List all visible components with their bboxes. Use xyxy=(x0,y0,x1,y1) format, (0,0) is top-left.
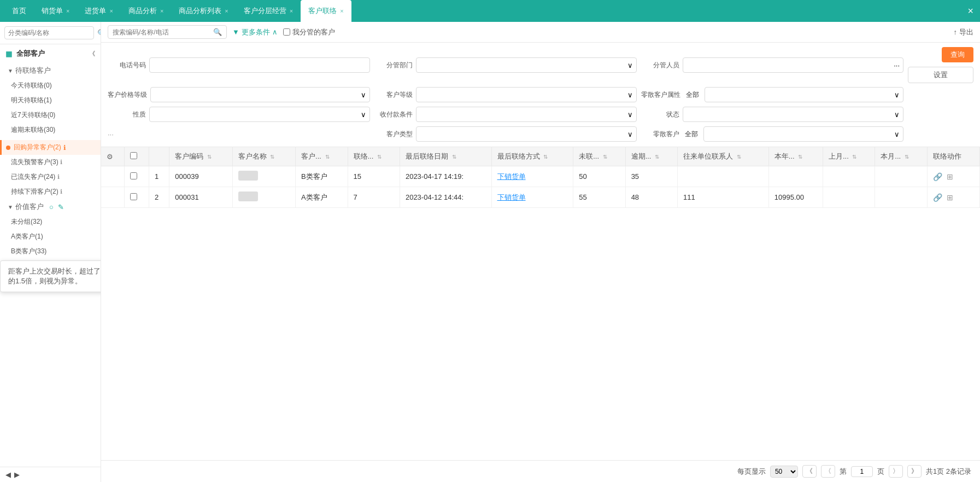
sidebar-left-arrow[interactable]: ◀ xyxy=(5,471,11,479)
nav-product-list-close[interactable]: × xyxy=(225,8,228,14)
sidebar-group-value[interactable]: ▼ 价值客户 ○ ✎ xyxy=(0,199,101,214)
grid-action-icon-2[interactable]: ⊞ xyxy=(947,193,953,202)
prev-page-btn[interactable]: 〈 xyxy=(821,465,835,478)
select-all-checkbox[interactable] xyxy=(130,152,137,159)
last-page-btn[interactable]: 》 xyxy=(907,465,922,478)
th-last-date[interactable]: 最后联络日期 ⇅ xyxy=(400,147,491,166)
nav-sales[interactable]: 销货单 × xyxy=(34,0,77,22)
sidebar-item-churn-warning[interactable]: 流失预警客户(3) ℹ xyxy=(0,155,101,170)
phone-input[interactable] xyxy=(149,57,370,73)
th-overdue[interactable]: 逾期... ⇅ xyxy=(625,147,677,166)
sidebar-item-7days[interactable]: 近7天待联络(0) xyxy=(0,108,101,123)
nav-home[interactable]: 首页 xyxy=(4,0,34,22)
row-checkbox-2[interactable] xyxy=(130,193,137,200)
sort-icon-tmonth[interactable]: ⇅ xyxy=(905,154,909,160)
customer-type-select[interactable]: ∨ xyxy=(416,126,637,142)
sidebar-item-repurchase-anomaly[interactable]: 回购异常客户(2) ℹ xyxy=(0,140,101,155)
link-icon-2[interactable]: 🔗 xyxy=(933,193,942,202)
sort-icon-overdue[interactable]: ⇅ xyxy=(655,154,659,160)
value-customer-config-icon[interactable]: ✎ xyxy=(58,203,64,211)
payment-select[interactable]: ∨ xyxy=(416,107,637,122)
per-page-select[interactable]: 10 20 50 100 xyxy=(770,466,798,478)
link-icon-1[interactable]: 🔗 xyxy=(933,172,942,181)
sidebar-item-tomorrow[interactable]: 明天待联络(1) xyxy=(0,93,101,108)
settings-button[interactable]: 设置 xyxy=(908,67,973,83)
search-icon-main[interactable]: 🔍 xyxy=(213,28,222,36)
nav-product-list[interactable]: 商品分析列表 × xyxy=(171,0,236,22)
price-level-select[interactable]: ∨ xyxy=(150,87,370,102)
nav-product-analysis-close[interactable]: × xyxy=(160,8,163,14)
td-checkbox-1[interactable] xyxy=(125,166,149,187)
sidebar-item-declining[interactable]: 持续下滑客户(2) ℹ xyxy=(0,184,101,199)
nature-select[interactable]: ∨ xyxy=(149,107,370,122)
td-checkbox-2[interactable] xyxy=(125,187,149,208)
sort-icon-year[interactable]: ⇅ xyxy=(798,154,802,160)
sort-icon-not[interactable]: ⇅ xyxy=(603,154,607,160)
th-not-contact[interactable]: 未联... ⇅ xyxy=(573,147,625,166)
sort-icon-unit[interactable]: ⇅ xyxy=(737,154,741,160)
sidebar-search-icon[interactable]: 🔍 xyxy=(97,29,101,37)
row-checkbox-1[interactable] xyxy=(130,172,137,179)
my-customers-checkbox-label[interactable]: 我分管的客户 xyxy=(283,27,335,37)
sidebar-collapse-btn[interactable]: 《 xyxy=(89,50,95,58)
my-customers-checkbox[interactable] xyxy=(283,28,290,36)
th-type[interactable]: 客户... ⇅ xyxy=(296,147,348,166)
nav-customer-contact-close[interactable]: × xyxy=(340,8,343,14)
sort-icon-name[interactable]: ⇅ xyxy=(270,154,274,160)
sort-icon-type[interactable]: ⇅ xyxy=(325,154,330,160)
th-this-year[interactable]: 本年... ⇅ xyxy=(768,147,823,166)
status-select[interactable]: ∨ xyxy=(683,107,903,122)
query-button[interactable]: 查询 xyxy=(942,47,973,62)
export-btn[interactable]: ↑ 导出 xyxy=(954,27,974,37)
sidebar-right-arrow[interactable]: ▶ xyxy=(14,471,20,479)
nav-purchase[interactable]: 进货单 × xyxy=(77,0,120,22)
sidebar-search-input[interactable] xyxy=(4,26,94,39)
grid-action-icon-1[interactable]: ⊞ xyxy=(947,172,953,181)
sort-icon-lmonth[interactable]: ⇅ xyxy=(852,154,856,160)
nav-sales-close[interactable]: × xyxy=(66,8,69,14)
dept-select[interactable]: ∨ xyxy=(416,57,637,73)
th-code[interactable]: 客户编码 ⇅ xyxy=(169,147,232,166)
table-settings-icon[interactable]: ⚙ xyxy=(107,153,113,161)
th-unit-contact[interactable]: 往来单位联系人 ⇅ xyxy=(678,147,769,166)
sidebar-item-today[interactable]: 今天待联络(0) xyxy=(0,78,101,93)
sidebar-item-class-a[interactable]: A类客户(1) xyxy=(0,229,101,244)
sidebar-item-ungroup[interactable]: 未分组(32) xyxy=(0,214,101,229)
nav-customer-tier[interactable]: 客户分层经营 × xyxy=(236,0,301,22)
nav-customer-tier-close[interactable]: × xyxy=(290,8,293,14)
th-last-month[interactable]: 上月... ⇅ xyxy=(823,147,875,166)
retail-customer-select[interactable]: ∨ xyxy=(703,126,903,142)
th-this-month[interactable]: 本月... ⇅ xyxy=(875,147,927,166)
last-way-link-2[interactable]: 下销货单 xyxy=(497,193,526,201)
search-input[interactable] xyxy=(113,28,211,36)
td-last-way-1[interactable]: 下销货单 xyxy=(491,166,573,187)
sidebar-item-overdue-contact[interactable]: 逾期未联络(30) xyxy=(0,123,101,137)
th-last-way[interactable]: 最后联络方式 ⇅ xyxy=(491,147,573,166)
customer-level-select[interactable]: ∨ xyxy=(416,87,637,102)
more-conditions-btn[interactable]: ▼ 更多条件 ∧ xyxy=(232,27,278,37)
sidebar-all-customers[interactable]: ▦ 全部客户 《 xyxy=(0,44,101,63)
close-app-button[interactable]: × xyxy=(967,5,973,17)
page-number-input[interactable] xyxy=(851,466,873,477)
last-way-link-1[interactable]: 下销货单 xyxy=(497,172,526,181)
sort-icon-way[interactable]: ⇅ xyxy=(543,154,548,160)
nav-purchase-close[interactable]: × xyxy=(109,8,113,14)
th-settings[interactable]: ⚙ xyxy=(101,147,125,166)
nav-customer-contact[interactable]: 客户联络 × xyxy=(301,0,351,22)
sort-icon-contact[interactable]: ⇅ xyxy=(377,154,382,160)
value-customer-edit-icon[interactable]: ○ xyxy=(49,203,54,211)
next-page-btn[interactable]: 〉 xyxy=(889,465,903,478)
sidebar-item-churned[interactable]: 已流失客户(24) ℹ xyxy=(0,170,101,184)
sort-icon-date[interactable]: ⇅ xyxy=(452,154,456,160)
sidebar-group-pending[interactable]: ▼ 待联络客户 xyxy=(0,63,101,78)
th-contact[interactable]: 联络... ⇅ xyxy=(348,147,400,166)
sidebar-item-class-b[interactable]: B类客户(33) xyxy=(0,244,101,259)
sort-icon-code[interactable]: ⇅ xyxy=(207,154,212,160)
manager-select[interactable]: ··· xyxy=(683,57,903,73)
retail-attr-select[interactable]: ∨ xyxy=(705,87,903,102)
td-last-way-2[interactable]: 下销货单 xyxy=(491,187,573,208)
th-name[interactable]: 客户名称 ⇅ xyxy=(232,147,295,166)
first-page-btn[interactable]: 《 xyxy=(802,465,817,478)
th-checkbox[interactable] xyxy=(125,147,149,166)
filter-more-dots[interactable]: ··· xyxy=(108,130,114,138)
